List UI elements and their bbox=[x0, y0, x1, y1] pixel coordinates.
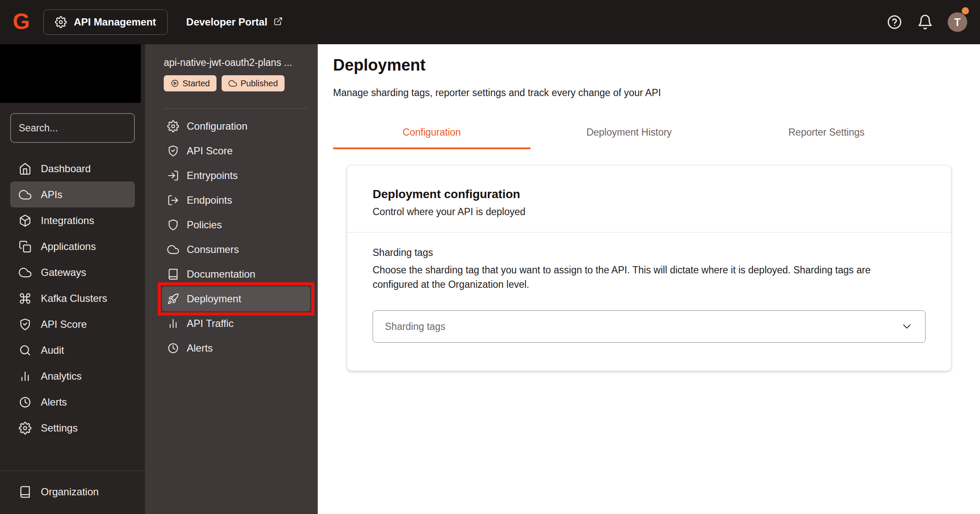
api-menu-item-alerts[interactable]: Alerts bbox=[162, 336, 311, 361]
tab-reporter-settings[interactable]: Reporter Settings bbox=[728, 116, 925, 149]
cloud-icon bbox=[19, 266, 31, 279]
api-menu-item-deployment[interactable]: Deployment bbox=[162, 287, 310, 311]
help-icon[interactable] bbox=[886, 14, 903, 30]
shield-check-icon bbox=[167, 145, 179, 157]
app-window: G API Management Developer Portal T bbox=[0, 0, 980, 514]
page-title: Deployment bbox=[333, 56, 980, 74]
sidebar-item-label: Integrations bbox=[41, 215, 94, 227]
sidebar-item-alerts[interactable]: Alerts bbox=[10, 389, 135, 415]
sidebar-item-settings[interactable]: Settings bbox=[10, 415, 135, 441]
api-management-label: API Management bbox=[74, 16, 156, 28]
sidebar-item-gateways[interactable]: Gateways bbox=[10, 259, 135, 285]
command-icon bbox=[19, 292, 31, 305]
sidebar-item-api-score[interactable]: API Score bbox=[10, 311, 135, 337]
api-menu-divider bbox=[164, 108, 308, 109]
shield-icon bbox=[167, 219, 179, 231]
status-badge-label: Started bbox=[182, 79, 210, 88]
select-placeholder: Sharding tags bbox=[385, 321, 445, 332]
sidebar-nav: Dashboard APIs Integrations Applications… bbox=[0, 156, 145, 441]
sidebar-item-label: APIs bbox=[41, 189, 63, 201]
cloud-icon bbox=[228, 79, 237, 88]
avatar-initial: T bbox=[954, 16, 960, 28]
sidebar-item-dashboard[interactable]: Dashboard bbox=[10, 156, 135, 182]
tab-deployment-history[interactable]: Deployment History bbox=[530, 116, 728, 149]
rocket-icon bbox=[167, 293, 179, 305]
api-menu-item-label: Consumers bbox=[187, 244, 239, 256]
sidebar-item-label: Dashboard bbox=[41, 163, 91, 175]
sidebar-item-label: Settings bbox=[41, 422, 78, 434]
page-subtitle: Manage sharding tags, reporter settings … bbox=[333, 87, 980, 99]
primary-sidebar: Dashboard APIs Integrations Applications… bbox=[0, 44, 145, 514]
sharding-tags-select[interactable]: Sharding tags bbox=[373, 310, 926, 343]
copy-icon bbox=[19, 240, 31, 253]
bar-chart-icon bbox=[167, 318, 179, 329]
developer-portal-link[interactable]: Developer Portal bbox=[186, 16, 283, 28]
developer-portal-label: Developer Portal bbox=[186, 16, 268, 28]
api-menu-item-configuration[interactable]: Configuration bbox=[162, 114, 311, 139]
status-badge-started: Started bbox=[164, 75, 217, 91]
arrow-in-icon bbox=[167, 170, 179, 182]
api-menu-item-entrypoints[interactable]: Entrypoints bbox=[162, 163, 311, 188]
card-subtitle: Control where your API is deployed bbox=[373, 206, 926, 218]
tab-bar: Configuration Deployment History Reporte… bbox=[333, 116, 925, 149]
sidebar-item-label: Organization bbox=[41, 486, 99, 498]
clock-icon bbox=[19, 396, 31, 409]
api-menu: Configuration API Score Entrypoints Endp… bbox=[145, 114, 318, 361]
user-avatar[interactable]: T bbox=[948, 12, 967, 32]
api-sidebar: api-native-jwt-oauth2-plans ... Started … bbox=[145, 44, 318, 514]
annotation-rectangle: Deployment bbox=[158, 282, 314, 315]
clock-icon bbox=[167, 342, 179, 354]
api-menu-item-label: Alerts bbox=[187, 342, 213, 354]
book-icon bbox=[167, 268, 179, 280]
bar-chart-icon bbox=[19, 370, 31, 383]
api-menu-item-policies[interactable]: Policies bbox=[162, 213, 311, 237]
api-menu-item-label: Deployment bbox=[187, 293, 241, 305]
home-icon bbox=[19, 162, 31, 175]
card-header: Deployment configuration Control where y… bbox=[347, 187, 951, 218]
main-content: Deployment Manage sharding tags, reporte… bbox=[318, 44, 980, 514]
card-body: Sharding tags Choose the sharding tag th… bbox=[347, 233, 951, 343]
box-icon bbox=[19, 214, 31, 227]
sidebar-item-audit[interactable]: Audit bbox=[10, 337, 135, 363]
search-input[interactable] bbox=[19, 122, 145, 134]
status-badge-label: Published bbox=[240, 79, 278, 88]
api-menu-item-label: Entrypoints bbox=[187, 170, 238, 182]
sidebar-search[interactable] bbox=[10, 113, 135, 143]
api-menu-item-label: Policies bbox=[187, 219, 222, 231]
sidebar-item-applications[interactable]: Applications bbox=[10, 233, 135, 259]
sidebar-item-label: API Score bbox=[41, 318, 87, 330]
notification-dot bbox=[962, 7, 969, 14]
api-status-badges: Started Published bbox=[164, 75, 308, 91]
chevron-down-icon bbox=[900, 320, 913, 333]
gear-icon bbox=[55, 16, 67, 28]
sidebar-item-integrations[interactable]: Integrations bbox=[10, 207, 135, 233]
sidebar-item-label: Applications bbox=[41, 241, 96, 253]
sharding-tags-description: Choose the sharding tag that you want to… bbox=[373, 263, 909, 292]
sidebar-item-kafka-clusters[interactable]: Kafka Clusters bbox=[10, 285, 135, 311]
sidebar-item-apis[interactable]: APIs bbox=[10, 182, 135, 207]
cloud-icon bbox=[167, 244, 179, 256]
sidebar-logo-area bbox=[0, 44, 141, 103]
api-management-button[interactable]: API Management bbox=[43, 9, 167, 35]
sidebar-item-label: Audit bbox=[41, 344, 64, 356]
api-menu-item-endpoints[interactable]: Endpoints bbox=[162, 188, 311, 213]
shield-check-icon bbox=[19, 318, 31, 331]
sidebar-item-label: Gateways bbox=[41, 267, 86, 278]
external-link-icon bbox=[273, 17, 283, 26]
card-title: Deployment configuration bbox=[373, 187, 926, 201]
top-bar: G API Management Developer Portal T bbox=[0, 0, 980, 44]
sidebar-item-label: Analytics bbox=[41, 370, 82, 382]
sidebar-item-organization[interactable]: Organization bbox=[10, 479, 135, 505]
api-menu-item-label: API Traffic bbox=[187, 318, 234, 329]
gravitee-logo[interactable]: G bbox=[13, 10, 30, 32]
deployment-configuration-card: Deployment configuration Control where y… bbox=[347, 165, 951, 371]
api-menu-item-consumers[interactable]: Consumers bbox=[162, 237, 311, 262]
api-menu-item-label: Endpoints bbox=[187, 194, 232, 206]
notifications-bell-icon[interactable] bbox=[917, 14, 933, 30]
organization-icon bbox=[19, 486, 31, 498]
cloud-icon bbox=[19, 188, 31, 201]
tab-configuration[interactable]: Configuration bbox=[333, 116, 530, 149]
sidebar-item-analytics[interactable]: Analytics bbox=[10, 363, 135, 389]
api-menu-item-api-score[interactable]: API Score bbox=[162, 139, 311, 163]
sidebar-item-label: Alerts bbox=[41, 396, 67, 408]
